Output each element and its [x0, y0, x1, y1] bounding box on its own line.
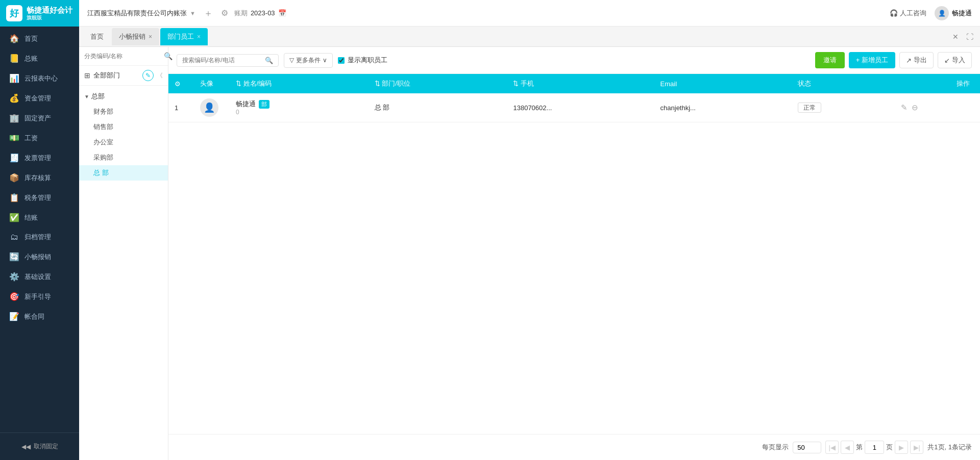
employee-code: 0 — [236, 109, 362, 116]
action-btns: ✎ ⊖ — [901, 103, 974, 112]
settings-icon[interactable]: ⚙ — [221, 8, 228, 18]
export-btn[interactable]: ↗ 导出 — [899, 52, 934, 68]
first-page-btn[interactable]: |◀ — [825, 441, 839, 454]
dept-search-input[interactable] — [84, 53, 161, 60]
pin-icon: ◀◀ — [21, 443, 31, 450]
tab-dept-employee-label: 部门员工 — [167, 32, 194, 41]
nav-icon-checkout: ✅ — [9, 213, 19, 222]
per-page-select[interactable]: 50 100 200 — [793, 442, 821, 453]
tab-home[interactable]: 首页 — [83, 28, 111, 45]
edit-dept-btn[interactable]: ✎ — [142, 70, 154, 81]
employee-search-icon[interactable]: 🔍 — [265, 57, 273, 64]
sidebar-item-account[interactable]: 📝 帐合同 — [0, 306, 79, 326]
sidebar-item-reports[interactable]: 📊 云报表中心 — [0, 68, 79, 88]
nav-label-tax: 税务管理 — [24, 193, 51, 202]
sidebar-item-invoice[interactable]: 🧾 发票管理 — [0, 148, 79, 168]
dept-item-finance[interactable]: 财务部 — [79, 104, 168, 119]
tab-xiaochange-label: 小畅报销 — [119, 32, 145, 41]
company-selector[interactable]: 江西服宝精品有限责任公司内账张 ▼ — [87, 9, 195, 18]
sidebar-item-general-ledger[interactable]: 📒 总账 — [0, 48, 79, 68]
app-logo: 好 畅捷通好会计 旗舰版 — [0, 0, 79, 27]
close-tab-xiaochange[interactable]: × — [149, 33, 152, 40]
calendar-icon[interactable]: 📅 — [278, 9, 286, 17]
tab-dept-employee[interactable]: 部门员工 × — [160, 28, 208, 45]
close-tab-dept-employee[interactable]: × — [197, 33, 201, 40]
dept-item-general[interactable]: 总 部 — [79, 165, 168, 181]
nav-icon-fixed-assets: 🏢 — [9, 113, 19, 123]
col-dept-position[interactable]: ⇅ 部门/职位 — [369, 74, 507, 93]
nav-label-invoice: 发票管理 — [24, 154, 51, 163]
more-filter-btn[interactable]: ▽ 更多条件 ∨ — [284, 53, 333, 68]
sidebar-item-fixed-assets[interactable]: 🏢 固定资产 — [0, 108, 79, 128]
add-employee-btn[interactable]: + 新增员工 — [849, 52, 895, 68]
import-btn[interactable]: ↙ 导入 — [938, 52, 972, 68]
avatar: 👤 — [200, 98, 218, 117]
tab-actions: ✕ ⛶ — [949, 31, 976, 43]
header-right: 🎧 人工咨询 👤 畅捷通 — [890, 6, 972, 20]
prev-page-btn[interactable]: ◀ — [841, 441, 854, 454]
sidebar-item-salary[interactable]: 💵 工资 — [0, 128, 79, 148]
sidebar-item-tax[interactable]: 📋 税务管理 — [0, 188, 79, 208]
sidebar-item-archive[interactable]: 🗂 归档管理 — [0, 227, 79, 247]
show-resigned-checkbox[interactable] — [338, 57, 345, 64]
edit-btn[interactable]: ✎ — [901, 103, 908, 112]
sidebar-bottom: ◀◀ 取消固定 — [0, 432, 79, 460]
last-page-btn[interactable]: ▶| — [910, 441, 923, 454]
dept-panel: 🔍 ⊞ 全部部门 ✎ 《 ▼ 总部 财务部 销售部 办公室 采购部 — [79, 47, 168, 460]
filter-icon: ▽ — [289, 57, 294, 64]
dept-header: ⊞ 全部部门 ✎ 《 — [79, 66, 168, 86]
tab-xiaochange[interactable]: 小畅报销 × — [112, 28, 159, 45]
sidebar-item-checkout[interactable]: ✅ 结账 — [0, 208, 79, 227]
page-prefix-label: 第 — [856, 443, 863, 452]
show-resigned-checkbox-label[interactable]: 显示离职员工 — [338, 56, 387, 65]
sidebar-item-capital[interactable]: 💰 资金管理 — [0, 88, 79, 108]
logout-btn[interactable]: ⊖ — [912, 103, 918, 112]
invite-btn[interactable]: 邀请 — [815, 52, 845, 68]
col-name-code[interactable]: ⇅ 姓名/编码 — [230, 74, 369, 93]
username: 畅捷通 — [952, 9, 972, 18]
sidebar-item-xiaochange-nav[interactable]: 🔄 小畅报销 — [0, 247, 79, 267]
sidebar-item-basic-settings[interactable]: ⚙️ 基础设置 — [0, 267, 79, 287]
cancel-fixed-btn[interactable]: ◀◀ 取消固定 — [0, 438, 79, 455]
employee-search-input[interactable] — [182, 57, 262, 64]
nav-icon-invoice: 🧾 — [9, 153, 19, 163]
nav-label-inventory: 库存核算 — [24, 173, 51, 183]
toolbar-right: 邀请 + 新增员工 ↗ 导出 ↙ 导入 — [815, 52, 972, 68]
dept-group-header-headquarters[interactable]: ▼ 总部 — [79, 89, 168, 104]
total-label: 共1页, 1条记录 — [927, 443, 972, 452]
period-selector: 账期 2023-03 📅 — [234, 9, 286, 18]
table-header-row: ⚙ 头像 ⇅ 姓名/编码 ⇅ 部门/职位 ⇅ 手机 Email — [168, 74, 980, 93]
col-settings[interactable]: ⚙ — [168, 74, 194, 93]
page-input[interactable] — [865, 441, 884, 454]
col-avatar: 头像 — [194, 74, 230, 93]
employee-search-box: 🔍 — [177, 54, 279, 67]
col-phone[interactable]: ⇅ 手机 — [507, 74, 654, 93]
expand-arrow-icon: ▼ — [84, 94, 89, 99]
filter-label: 更多条件 — [296, 56, 321, 65]
main-container: 江西服宝精品有限责任公司内账张 ▼ ＋ ⚙ 账期 2023-03 📅 🎧 人工咨… — [79, 0, 980, 460]
show-resigned-label: 显示离职员工 — [348, 56, 387, 65]
period-value[interactable]: 2023-03 — [251, 9, 275, 17]
add-tab-btn[interactable]: ＋ — [202, 7, 215, 19]
sidebar-item-home[interactable]: 🏠 首页 — [0, 29, 79, 48]
page-suffix-label: 页 — [886, 443, 893, 452]
next-page-btn[interactable]: ▶ — [895, 441, 908, 454]
export-icon: ↗ — [906, 57, 912, 64]
sidebar-item-inventory[interactable]: 📦 库存核算 — [0, 168, 79, 188]
employee-toolbar: 🔍 ▽ 更多条件 ∨ 显示离职员工 邀请 + 新增员工 ↗ 导出 — [168, 47, 980, 74]
sidebar-nav: 🏠 首页 📒 总账 📊 云报表中心 💰 资金管理 🏢 固定资产 💵 工资 🧾 发… — [0, 27, 79, 432]
collapse-icon[interactable]: 《 — [157, 71, 163, 80]
close-window-btn[interactable]: ✕ — [949, 31, 962, 43]
user-info[interactable]: 👤 畅捷通 — [935, 6, 972, 20]
employee-table-container: ⚙ 头像 ⇅ 姓名/编码 ⇅ 部门/职位 ⇅ 手机 Email — [168, 74, 980, 434]
service-btn[interactable]: 🎧 人工咨询 — [890, 9, 926, 18]
pagination-bar: 每页显示 50 100 200 |◀ ◀ 第 页 ▶ ▶| 共1页, 1条记录 — [168, 434, 980, 460]
nav-label-home: 首页 — [24, 34, 38, 43]
top-header: 江西服宝精品有限责任公司内账张 ▼ ＋ ⚙ 账期 2023-03 📅 🎧 人工咨… — [79, 0, 980, 27]
app-title: 畅捷通好会计 — [27, 6, 72, 15]
dept-item-office[interactable]: 办公室 — [79, 135, 168, 150]
dept-item-procurement[interactable]: 采购部 — [79, 150, 168, 165]
sidebar-item-new-guide[interactable]: 🎯 新手引导 — [0, 287, 79, 306]
dept-item-sales[interactable]: 销售部 — [79, 119, 168, 135]
maximize-btn[interactable]: ⛶ — [964, 31, 976, 43]
